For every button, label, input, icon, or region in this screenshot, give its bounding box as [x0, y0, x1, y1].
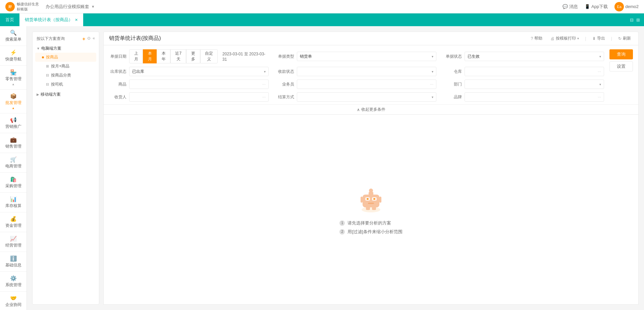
system-icon: ⚙️ — [10, 275, 17, 281]
sidebar-item-sales[interactable]: 💼 销售管理 — [0, 133, 26, 153]
tab-sales-stat[interactable]: 销货单统计表（按商品） ✕ — [19, 13, 83, 26]
brand-label: 品牌 — [444, 94, 465, 100]
sidebar-item-quick-nav[interactable]: ⚡ 快捷导航 — [0, 46, 26, 66]
print-btn[interactable]: 🖨 按模板打印 ▾ — [548, 35, 581, 42]
sidebar-item-operations[interactable]: 📈 经营管理 — [0, 232, 26, 252]
user-area[interactable]: Ea demo2 — [614, 2, 639, 11]
sidebar-item-label: 销售管理 — [5, 144, 21, 149]
product-control: ··· — [129, 80, 269, 89]
sidebar-item-basic[interactable]: ℹ️ 基础信息 — [0, 252, 26, 272]
tab-close-icon[interactable]: ✕ — [75, 18, 78, 22]
tip2-num: 2 — [339, 229, 345, 235]
tab-home[interactable]: 首页 — [0, 13, 19, 26]
tree-item-by-category[interactable]: ⊟ 按商品分类 — [35, 71, 96, 80]
app-download-btn[interactable]: 📱 App下载 — [585, 4, 608, 10]
header-title-arrow[interactable]: ▾ — [92, 4, 94, 9]
filter-row-4: 收货人 ··· 结算方式 — [109, 92, 604, 102]
doc-status-select[interactable]: 已生效 ▾ — [465, 52, 604, 61]
sidebar-item-inventory[interactable]: 📊 库存核算 — [0, 193, 26, 212]
settings-scheme-btn[interactable]: ⊙ — [87, 36, 91, 42]
collapse-bar[interactable]: ∧ 收起更多条件 — [104, 104, 638, 114]
doc-type-arrow-icon: ▾ — [432, 55, 433, 58]
sidebar-item-wholesale[interactable]: 📦 批发管理 ▲ — [0, 90, 26, 113]
tab-home-label: 首页 — [5, 17, 14, 23]
help-btn[interactable]: ? 帮助 — [529, 35, 545, 42]
tree-item-by-month-product[interactable]: ⊞ 按月+商品 — [35, 62, 96, 71]
date-last-7-days[interactable]: 近7天 — [170, 49, 186, 63]
product-input[interactable]: ··· — [129, 80, 269, 89]
sidebar-item-label: 快捷导航 — [5, 56, 21, 62]
brand-control: ··· — [465, 92, 604, 102]
svg-rect-9 — [361, 197, 363, 203]
date-more[interactable]: 更多 — [186, 49, 200, 63]
pc-group-title[interactable]: ▼ 电脑端方案 — [35, 44, 96, 53]
print-arrow-icon: ▾ — [577, 37, 579, 40]
sidebar-item-purchase[interactable]: 🛍️ 采购管理 — [0, 173, 26, 193]
warehouse-input[interactable]: ··· — [465, 67, 604, 76]
warehouse-dots-icon: ··· — [598, 69, 601, 74]
mobile-group-label: 移动端方案 — [41, 92, 61, 97]
query-btn-area: 查询 设置 — [609, 49, 633, 71]
sidebar-item-label: 采购管理 — [5, 183, 21, 189]
add-scheme-btn[interactable]: + — [83, 36, 86, 42]
sales-icon: 💼 — [10, 137, 17, 143]
tree-item-by-product[interactable]: 按商品 — [35, 53, 96, 62]
salesperson-input[interactable]: ··· — [297, 80, 436, 89]
doc-type-select[interactable]: 销货单 ▾ — [297, 52, 436, 61]
tree-item-by-cashier[interactable]: ⊟ 按司机 — [35, 80, 96, 89]
sidebar-item-ecommerce[interactable]: 🛒 电商管理 — [0, 153, 26, 173]
message-btn[interactable]: 💬 消息 — [562, 4, 578, 10]
sidebar-item-finance[interactable]: 💰 资金管理 — [0, 212, 26, 232]
empty-illustration — [356, 185, 386, 215]
tab-minimize-icon[interactable]: ⊟ — [630, 17, 634, 22]
sidebar: 🔍 搜索菜单 ⚡ 快捷导航 🏪 零售管理 ▲ 📦 批发管理 ▲ 📢 营销推广 💼… — [0, 26, 27, 310]
brand-input[interactable]: ··· — [465, 92, 604, 102]
quick-nav-icon: ⚡ — [10, 49, 17, 56]
mobile-group-arrow: ▶ — [37, 93, 39, 96]
query-button[interactable]: 查询 — [609, 49, 633, 59]
empty-tip-2: 2 用[过滤]条件来缩小分析范围 — [339, 229, 402, 235]
receipt-status-select[interactable]: ▾ — [297, 67, 436, 76]
department-select[interactable]: ▾ — [465, 80, 604, 89]
settings-button[interactable]: 设置 — [609, 61, 633, 71]
collapse-panel-btn[interactable]: « — [93, 36, 95, 42]
date-last-month[interactable]: 上月 — [129, 49, 143, 63]
main-layout: 🔍 搜索菜单 ⚡ 快捷导航 🏪 零售管理 ▲ 📦 批发管理 ▲ 📢 营销推广 💼… — [0, 26, 644, 310]
pc-group-label: 电脑端方案 — [41, 46, 61, 51]
basic-icon: ℹ️ — [10, 255, 17, 262]
recipient-input[interactable]: ··· — [129, 92, 269, 102]
sidebar-item-retail[interactable]: 🏪 零售管理 ▲ — [0, 66, 26, 90]
salesperson-dots-icon: ··· — [430, 82, 433, 87]
date-custom[interactable]: 自定义 — [200, 49, 218, 63]
payment-method-select[interactable]: ▾ — [297, 92, 436, 102]
sidebar-item-enterprise-collab[interactable]: 🤝 企业协同 — [0, 292, 26, 310]
refresh-icon: ↻ — [618, 36, 622, 41]
department-label: 部门 — [444, 82, 465, 87]
warehouse-status-control: 已出库 ▾ — [129, 67, 269, 76]
recipient-label: 收货人 — [109, 94, 129, 100]
payment-method-label: 结算方式 — [277, 94, 297, 100]
filter-area: 单据日期 上月 本月 本年 近7天 更多 自定义 — [103, 45, 639, 115]
sidebar-item-label: 搜索菜单 — [5, 37, 21, 42]
tree-item-label: 按月+商品 — [51, 63, 69, 69]
empty-area: 1 请先选择要分析的方案 2 用[过滤]条件来缩小分析范围 — [103, 115, 639, 305]
svg-rect-10 — [379, 197, 381, 203]
header-title: 办公用品行业模拟账套 — [46, 4, 89, 10]
collapse-arrow-icon: ∧ — [357, 107, 360, 112]
empty-tip-1: 1 请先选择要分析的方案 — [339, 220, 402, 226]
warehouse-status-select[interactable]: 已出库 ▾ — [129, 67, 269, 76]
date-this-month[interactable]: 本月 — [143, 49, 157, 63]
tab-expand-icon[interactable]: ⊞ — [636, 17, 640, 22]
receipt-status-label: 收款状态 — [277, 69, 297, 74]
left-panel-actions: + ⊙ « — [83, 36, 95, 42]
help-icon: ? — [531, 36, 533, 41]
refresh-btn[interactable]: ↻ 刷新 — [616, 35, 633, 42]
export-btn[interactable]: ⬇ 导出 — [590, 35, 607, 42]
sidebar-item-system[interactable]: ⚙️ 系统管理 — [0, 272, 26, 292]
svg-rect-5 — [373, 198, 375, 200]
mobile-group-title[interactable]: ▶ 移动端方案 — [35, 90, 96, 99]
sidebar-item-marketing[interactable]: 📢 营销推广 — [0, 113, 26, 133]
sidebar-item-search-menu[interactable]: 🔍 搜索菜单 — [0, 26, 26, 46]
date-this-year[interactable]: 本年 — [157, 49, 170, 63]
divider2: | — [611, 36, 612, 41]
